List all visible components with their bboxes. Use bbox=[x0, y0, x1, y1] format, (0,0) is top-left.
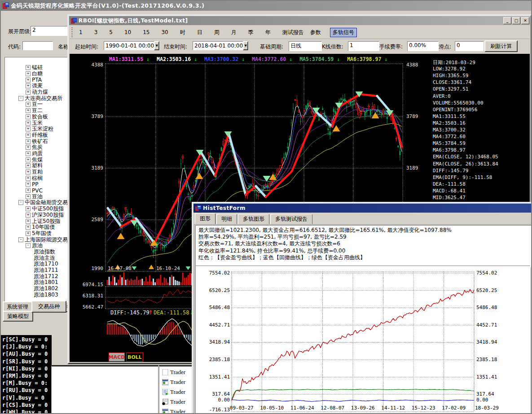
expand-icon[interactable]: + bbox=[26, 83, 31, 88]
end-time-combo[interactable]: 2018-04-01 00:00 ▼ bbox=[193, 41, 249, 50]
collapse-icon[interactable]: - bbox=[26, 243, 31, 248]
collapse-icon[interactable]: - bbox=[18, 237, 23, 242]
tree-item-铁矿石[interactable]: +铁矿石 bbox=[5, 138, 68, 144]
hist-tab-明细[interactable]: 明细 bbox=[216, 214, 237, 224]
rboi-titlebar[interactable]: RBOI[螺纹钢指数,日线,TestModel.txt] _ □ ✕ bbox=[69, 16, 530, 25]
expand-icon[interactable]: + bbox=[26, 188, 31, 193]
tree-item-原油1801[interactable]: 原油1801 bbox=[5, 279, 68, 286]
tree-item-玉米淀粉[interactable]: +玉米淀粉 bbox=[5, 126, 68, 132]
expand-icon[interactable]: + bbox=[26, 121, 31, 126]
toolbar-item-季[interactable]: 季 bbox=[246, 28, 256, 37]
tree-item-鸡蛋[interactable]: +鸡蛋 bbox=[5, 151, 68, 157]
expand-icon[interactable]: + bbox=[26, 139, 31, 144]
start-time-combo[interactable]: 1990-01-01 00:00 ▼ bbox=[104, 41, 160, 50]
trader-list-item[interactable]: Trader bbox=[159, 377, 197, 387]
macd-button[interactable]: MACD bbox=[109, 353, 125, 362]
close-icon[interactable]: ✕ bbox=[521, 17, 529, 24]
expand-icon[interactable]: + bbox=[26, 114, 31, 119]
trader-list-item[interactable]: Trader bbox=[159, 387, 197, 397]
refresh-calc-button[interactable]: 刷新计算 bbox=[484, 40, 518, 52]
tree-item-原油1712[interactable]: 原油1712 bbox=[5, 273, 68, 279]
tree-item-原油指数[interactable]: 原油指数 bbox=[5, 249, 68, 255]
tree-item-豆一[interactable]: +豆一 bbox=[5, 101, 68, 108]
maximize-icon[interactable]: □ bbox=[512, 17, 520, 24]
tree-item-原油1710[interactable]: 原油1710 bbox=[5, 261, 68, 267]
toolbar-item-多轨信号[interactable]: 多轨信号 bbox=[330, 28, 357, 37]
equity-curve-chart[interactable]: 7554.026520.255486.484452.713418.942385.… bbox=[195, 266, 530, 414]
tree-item-豆油[interactable]: +豆油 bbox=[5, 193, 68, 200]
toolbar-item-30[interactable]: 30 bbox=[158, 28, 171, 36]
hist-titlebar[interactable]: HistTestForm bbox=[193, 204, 532, 213]
tree-item-原油1711[interactable]: 原油1711 bbox=[5, 267, 68, 274]
trader-list-item[interactable]: Trader bbox=[159, 407, 197, 414]
expand-icon[interactable]: + bbox=[26, 206, 31, 211]
expand-icon[interactable]: + bbox=[26, 126, 31, 131]
tree-item-纤维板[interactable]: +纤维板 bbox=[5, 132, 68, 139]
tree-item-PP[interactable]: +PP bbox=[5, 181, 68, 187]
expand-icon[interactable]: + bbox=[26, 78, 31, 83]
chevron-down-icon[interactable]: ▼ bbox=[154, 41, 159, 50]
hist-tab-图形[interactable]: 图形 bbox=[195, 213, 215, 224]
expand-icon[interactable]: + bbox=[26, 71, 31, 76]
tree-item-PTA[interactable]: +PTA bbox=[5, 77, 68, 83]
tree-item-中证500股指[interactable]: +中证500股指 bbox=[5, 206, 68, 212]
trader-list-item[interactable]: Trader bbox=[159, 367, 197, 377]
tree-item-中国金融期货交易所[interactable]: -中国金融期货交易所 bbox=[5, 200, 68, 206]
toolbar-item-时[interactable]: 时 bbox=[177, 28, 188, 37]
tree-item-焦炭[interactable]: +焦炭 bbox=[5, 144, 68, 151]
toolbar-item-3[interactable]: 3 bbox=[92, 28, 101, 36]
tree-item-5年国债[interactable]: +5年国债 bbox=[5, 231, 68, 237]
tree-item-强麦[interactable]: +强麦 bbox=[5, 83, 68, 89]
tree-item-胶合板[interactable]: +胶合板 bbox=[5, 114, 68, 120]
expand-icon[interactable]: + bbox=[26, 213, 31, 218]
boll-button[interactable]: BOLL bbox=[126, 353, 143, 362]
tree-item-棕榈[interactable]: +棕榈 bbox=[5, 175, 68, 181]
tree-item-原油1803[interactable]: 原油1803 bbox=[5, 292, 68, 298]
expand-icon[interactable]: + bbox=[26, 65, 31, 70]
toolbar-item-参数[interactable]: 参数 bbox=[308, 28, 324, 37]
tree-item-豆粕[interactable]: +豆粕 bbox=[5, 169, 68, 175]
expand-icon[interactable]: + bbox=[26, 108, 31, 113]
tree-item-上证50股指[interactable]: +上证50股指 bbox=[5, 218, 68, 224]
expand-icon[interactable]: + bbox=[26, 225, 31, 230]
tree-item-原油主连[interactable]: 原油主连 bbox=[5, 255, 68, 261]
toolbar-item-10[interactable]: 10 bbox=[122, 28, 134, 36]
expand-icon[interactable]: + bbox=[26, 231, 31, 236]
expand-level-input[interactable]: 2 bbox=[31, 26, 68, 36]
tree-item-上海国际能源交易中心[interactable]: -上海国际能源交易中心 bbox=[5, 236, 68, 243]
code-input[interactable] bbox=[22, 41, 53, 50]
expand-icon[interactable]: + bbox=[26, 163, 31, 168]
expand-icon[interactable]: + bbox=[26, 219, 31, 224]
tree-item-原油[interactable]: -原油 bbox=[5, 243, 68, 249]
collapse-icon[interactable]: - bbox=[18, 96, 23, 101]
slippage-input[interactable]: 0 bbox=[455, 41, 484, 51]
collapse-icon[interactable]: - bbox=[18, 200, 23, 205]
toolbar-item-1[interactable]: 1 bbox=[76, 28, 85, 36]
toolbar-item-5[interactable]: 5 bbox=[106, 28, 115, 36]
expand-icon[interactable]: + bbox=[26, 145, 31, 150]
fee-rate-input[interactable]: 0.00% bbox=[407, 41, 439, 51]
toolbar-item-测试报告[interactable]: 测试报告 bbox=[280, 28, 307, 37]
tree-item-10年国债[interactable]: +10年国债 bbox=[5, 224, 68, 231]
sidebar-tab-策略模型[interactable]: 策略模型 bbox=[3, 311, 33, 322]
tree-item-动力煤[interactable]: +动力煤 bbox=[5, 89, 68, 96]
expand-icon[interactable]: + bbox=[26, 102, 31, 107]
toolbar-grip[interactable] bbox=[71, 27, 73, 37]
tree-item-白糖[interactable]: +白糖 bbox=[5, 71, 68, 77]
expand-icon[interactable]: + bbox=[26, 133, 31, 138]
k-multiple-input[interactable]: 1 bbox=[348, 41, 379, 51]
toolbar-item-周[interactable]: 周 bbox=[211, 28, 222, 37]
expand-icon[interactable]: + bbox=[26, 90, 31, 95]
base-period-input[interactable]: 日线 bbox=[289, 41, 322, 51]
hist-tab-多轨图形[interactable]: 多轨图形 bbox=[238, 214, 269, 224]
toolbar-item-15[interactable]: 15 bbox=[140, 28, 152, 36]
expand-icon[interactable]: + bbox=[26, 157, 31, 162]
equity-plot[interactable] bbox=[196, 266, 530, 414]
tree-item-大连商品交易所[interactable]: -大连商品交易所 bbox=[5, 95, 68, 101]
expand-icon[interactable]: + bbox=[26, 170, 31, 174]
toolbar-item-月[interactable]: 月 bbox=[229, 28, 239, 37]
tree-item-PVC[interactable]: +PVC bbox=[5, 187, 68, 194]
minimize-icon[interactable]: _ bbox=[503, 17, 511, 24]
tree-item-塑料[interactable]: +塑料 bbox=[5, 163, 68, 169]
toolbar-item-年[interactable]: 年 bbox=[263, 28, 273, 37]
